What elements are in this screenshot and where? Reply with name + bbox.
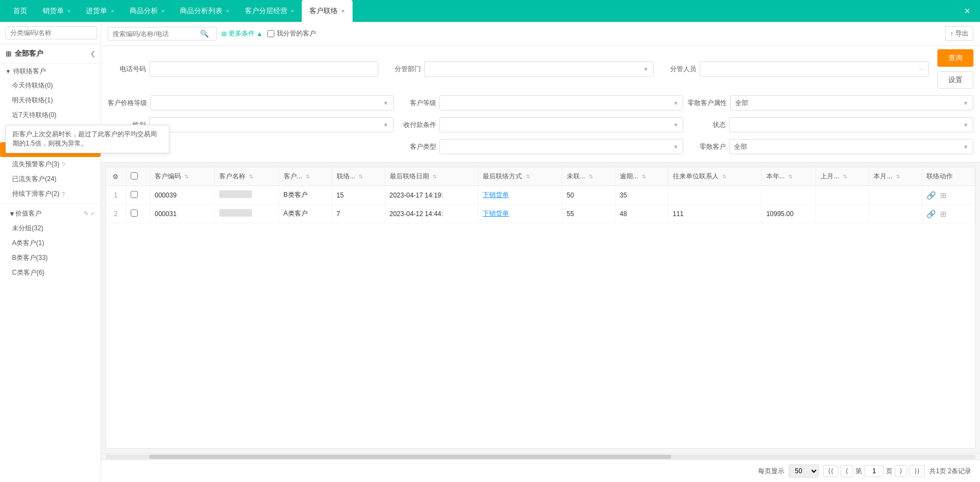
grid-icon-1[interactable]: ⊞ <box>940 191 947 200</box>
nav-label-customer-tier: 客户分层经营 <box>245 6 287 16</box>
first-page-button[interactable]: ⟨⟨ <box>823 465 838 477</box>
row-method-2[interactable]: 下销货单 <box>478 205 562 223</box>
sidebar-item-tomorrow[interactable]: 明天待联络(1) <box>0 93 101 108</box>
row-1-checkbox[interactable] <box>131 191 138 198</box>
window-close-button[interactable]: × <box>960 5 975 17</box>
sidebar-item-lost-warning[interactable]: 流失预警客户(3) ? <box>0 157 101 172</box>
nav-item-home[interactable]: 首页 <box>5 0 35 22</box>
nav-close-customer-tier[interactable]: × <box>291 8 294 14</box>
sidebar-item-7days[interactable]: 近7天待联络(0) <box>0 108 101 123</box>
row-month-1 <box>869 186 922 205</box>
last-page-button[interactable]: ⟩⟩ <box>909 465 925 477</box>
nav-close-customer-contact[interactable]: × <box>341 8 344 14</box>
sort-icon-unlink[interactable]: ⇅ <box>589 173 593 179</box>
help-icon-lost-warning[interactable]: ? <box>62 161 65 168</box>
edit-icons[interactable]: ✎ ✓ <box>84 210 95 217</box>
sort-icon-name[interactable]: ⇅ <box>249 173 253 179</box>
customer-type-select[interactable]: ▼ <box>439 139 684 154</box>
sidebar-item-7days-label: 近7天待联络(0) <box>12 111 56 120</box>
row-method-1[interactable]: 下销货单 <box>478 186 562 205</box>
nav-close-product-list[interactable]: × <box>226 8 229 14</box>
filter-row-4: ... 客户类型 ▼ 零散客户 全部 ▼ <box>108 136 973 158</box>
link-icon-2[interactable]: 🔗 <box>926 210 936 218</box>
sidebar-search-input[interactable] <box>5 26 97 39</box>
sidebar-item-lost[interactable]: 已流失客户(24) <box>0 172 101 187</box>
help-icon-declining[interactable]: ? <box>62 191 65 198</box>
sort-icon-code[interactable]: ⇅ <box>184 173 189 179</box>
sort-icon-ctype[interactable]: ⇅ <box>306 173 310 179</box>
data-table: ⚙ 客户编码 ⇅ 客户名称 ⇅ 客户... ⇅ <box>106 167 975 223</box>
all-customers-header[interactable]: ⊞ 全部客户 ❮ <box>0 44 101 63</box>
sort-icon-month[interactable]: ⇅ <box>896 173 900 179</box>
row-2-checkbox[interactable] <box>131 210 138 217</box>
phone-input[interactable] <box>149 61 378 77</box>
next-page-button[interactable]: ⟩ <box>895 465 907 477</box>
per-page-select[interactable]: 50 100 200 <box>789 464 819 478</box>
sort-icon-contacts[interactable]: ⇅ <box>722 173 726 179</box>
sidebar-item-b-class[interactable]: B类客户(33) <box>0 251 101 265</box>
retail-attr-label: 零散客户属性 <box>688 98 727 108</box>
sort-icon-year[interactable]: ⇅ <box>788 173 793 179</box>
nav-close-product-analysis[interactable]: × <box>161 8 165 14</box>
sidebar-item-today[interactable]: 今天待联络(0) <box>0 78 101 93</box>
collapse-button[interactable]: ❮ <box>90 50 95 57</box>
sidebar-item-a-class[interactable]: A类客户(1) <box>0 236 101 251</box>
search-input[interactable] <box>113 30 200 38</box>
export-button[interactable]: ↑ 导出 <box>945 26 973 41</box>
th-contact-count: 联络... ⇅ <box>332 167 385 186</box>
dept-select[interactable]: ▼ <box>424 61 653 77</box>
b-class-label: B类客户(33) <box>12 253 48 263</box>
payment-field: 收付款条件 ▼ <box>398 117 684 132</box>
manager-select[interactable]: ··· <box>700 61 929 77</box>
my-customers-checkbox[interactable] <box>267 30 274 37</box>
sort-icon-method[interactable]: ⇅ <box>526 173 530 179</box>
sort-icon-contact[interactable]: ⇅ <box>359 173 363 179</box>
divider-2 <box>0 204 101 204</box>
payment-label: 收付款条件 <box>398 120 436 130</box>
settings-button[interactable]: 设置 <box>937 71 973 89</box>
nav-item-customer-contact[interactable]: 客户联络 × <box>302 0 352 22</box>
waiting-group-title[interactable]: ▼ 待联络客户 <box>0 63 101 78</box>
query-button[interactable]: 查询 <box>937 49 973 67</box>
gender-select[interactable]: ▼ <box>149 117 394 132</box>
th-settings[interactable]: ⚙ <box>106 167 126 186</box>
sidebar-item-c-class[interactable]: C类客户(6) <box>0 265 101 280</box>
page-number-input[interactable] <box>864 465 884 477</box>
link-icon-1[interactable]: 🔗 <box>926 191 936 200</box>
sidebar-item-declining[interactable]: 持续下滑客户(2) ? <box>0 187 101 201</box>
th-contact-label: 联络... <box>337 172 355 180</box>
sort-icon-date[interactable]: ⇅ <box>432 173 437 179</box>
grid-icon-2[interactable]: ⊞ <box>940 210 947 218</box>
horizontal-scrollbar[interactable] <box>101 453 980 460</box>
row-contact-2: 7 <box>332 205 385 223</box>
sort-icon-overdue[interactable]: ⇅ <box>642 173 646 179</box>
lost-label: 已流失客户(24) <box>12 175 56 184</box>
more-conditions-button[interactable]: ⊞ 更多条件 ▲ <box>221 29 263 38</box>
sort-icon-lmonth[interactable]: ⇅ <box>843 173 847 179</box>
action-icons-1: 🔗 ⊞ <box>926 191 970 200</box>
filter-bar: 🔍 ⊞ 更多条件 ▲ 我分管的客户 ↑ 导出 <box>101 22 980 46</box>
search-icon[interactable]: 🔍 <box>200 30 209 38</box>
payment-select[interactable]: ▼ <box>439 117 684 132</box>
nav-close-sales[interactable]: × <box>67 8 71 14</box>
customer-grade-select[interactable]: ▼ <box>439 95 684 111</box>
sidebar-item-ungrouped[interactable]: 未分组(32) <box>0 221 101 236</box>
value-customers-group[interactable]: ▼ 价值客户 ✎ ✓ <box>0 206 101 221</box>
scroll-thumb[interactable] <box>149 455 671 459</box>
nav-item-product-list[interactable]: 商品分析列表 × <box>172 0 237 22</box>
nav-item-purchase[interactable]: 进货单 × <box>78 0 121 22</box>
price-grade-select[interactable]: ▼ <box>150 95 394 111</box>
nav-close-purchase[interactable]: × <box>110 8 114 14</box>
nav-item-customer-tier[interactable]: 客户分层经营 × <box>237 0 302 22</box>
select-all-checkbox[interactable] <box>131 172 138 179</box>
row-month-2 <box>869 205 922 223</box>
retail-attr-value: 全部 <box>735 98 748 108</box>
export-icon: ↑ <box>950 30 953 38</box>
retail-customer-select[interactable]: 全部 ▼ <box>729 139 973 154</box>
nav-item-product-analysis[interactable]: 商品分析 × <box>122 0 172 22</box>
status-select[interactable]: ▼ <box>729 117 973 132</box>
nav-item-sales[interactable]: 销货单 × <box>35 0 78 22</box>
retail-attr-select[interactable]: 全部 ▼ <box>730 95 973 111</box>
th-code-label: 客户编码 <box>155 172 181 180</box>
prev-page-button[interactable]: ⟨ <box>841 465 853 477</box>
